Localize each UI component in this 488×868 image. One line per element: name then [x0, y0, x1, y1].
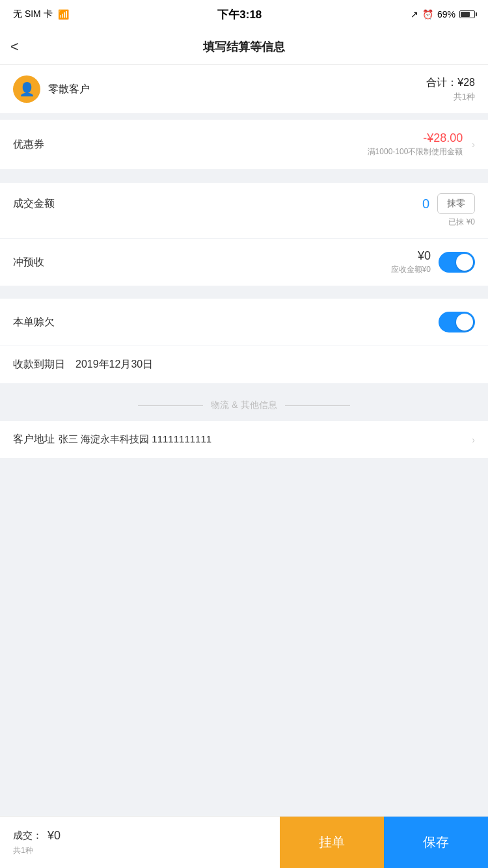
save-button[interactable]: 保存	[384, 817, 488, 869]
due-date-section: 收款到期日 2019年12月30日	[0, 346, 488, 383]
bottom-bar: 成交： ¥0 共1种 挂单 保存	[0, 816, 488, 868]
prepay-toggle[interactable]	[439, 252, 475, 273]
prepay-receivable: 应收金额¥0	[391, 264, 431, 275]
customer-row[interactable]: 👤 零散客户 合计：¥28 共1种	[0, 65, 488, 113]
credit-row: 本单赊欠	[0, 299, 488, 346]
bottom-label: 成交：	[13, 830, 42, 842]
coupon-info: -¥28.00 满1000-100不限制使用金额	[368, 131, 463, 157]
prepay-amount-block: ¥0 应收金额¥0	[391, 249, 431, 275]
bottom-amount: ¥0	[47, 829, 61, 843]
alarm-icon: ⏰	[422, 9, 433, 20]
hold-button[interactable]: 挂单	[280, 817, 384, 869]
coupon-amount: -¥28.00	[368, 131, 463, 145]
customer-section: 👤 零散客户 合计：¥28 共1种	[0, 65, 488, 113]
bottom-sub-label: 共1种	[13, 845, 267, 856]
customer-left: 👤 零散客户	[13, 75, 90, 103]
prepay-right: ¥0 应收金额¥0	[391, 249, 475, 275]
transaction-label: 成交金额	[13, 197, 55, 211]
address-value: 张三 海淀永丰科技园 11111111111	[59, 433, 467, 446]
round-button[interactable]: 抹零	[437, 193, 475, 214]
customer-summary: 合计：¥28 共1种	[426, 76, 475, 103]
bottom-space	[0, 465, 488, 543]
coupon-desc: 满1000-100不限制使用金额	[368, 146, 463, 157]
transaction-section: 成交金额 0 抹零 已抹 ¥0 冲预收 ¥0 应收金额¥0	[0, 183, 488, 286]
divider-2	[0, 292, 488, 299]
due-date-value[interactable]: 2019年12月30日	[75, 358, 153, 372]
prepay-amount: ¥0	[391, 249, 431, 263]
customer-name: 零散客户	[48, 83, 90, 96]
address-section: 客户地址 张三 海淀永丰科技园 11111111111 ›	[0, 421, 488, 458]
bottom-summary-main: 成交： ¥0	[13, 829, 267, 843]
credit-toggle[interactable]	[439, 312, 475, 332]
back-button[interactable]: <	[10, 38, 19, 55]
total-count: 共1种	[426, 91, 475, 103]
bottom-summary: 成交： ¥0 共1种	[0, 829, 280, 856]
customer-avatar: 👤	[13, 75, 40, 103]
logistics-label: 物流 & 其他信息	[138, 400, 349, 411]
credit-section: 本单赊欠 收款到期日 2019年12月30日	[0, 299, 488, 383]
address-row[interactable]: 客户地址 张三 海淀永丰科技园 11111111111 ›	[0, 421, 488, 458]
status-time: 下午3:18	[217, 7, 262, 22]
nav-bar: < 填写结算等信息	[0, 29, 488, 65]
transaction-right: 0 抹零	[422, 193, 475, 214]
address-chevron-icon: ›	[472, 435, 475, 445]
divider-1	[0, 176, 488, 183]
coupon-section: 优惠券 -¥28.00 满1000-100不限制使用金额 ›	[0, 120, 488, 170]
page-title: 填写结算等信息	[203, 39, 285, 55]
coupon-label: 优惠券	[13, 138, 44, 152]
credit-label: 本单赊欠	[13, 316, 55, 329]
status-left: 无 SIM 卡 📶	[13, 8, 69, 20]
location-icon: ↗	[411, 9, 418, 20]
address-label: 客户地址	[13, 433, 59, 446]
already-rounded: 已抹 ¥0	[13, 217, 475, 228]
coupon-row[interactable]: 优惠券 -¥28.00 满1000-100不限制使用金额 ›	[0, 120, 488, 170]
coupon-right: -¥28.00 满1000-100不限制使用金额 ›	[368, 131, 475, 157]
due-date-row: 收款到期日 2019年12月30日	[13, 358, 475, 372]
battery-percent: 69%	[437, 9, 455, 20]
status-right: ↗ ⏰ 69%	[411, 9, 475, 20]
logistics-divider: 物流 & 其他信息	[0, 390, 488, 421]
transaction-row: 成交金额 0 抹零 已抹 ¥0	[0, 183, 488, 239]
due-date-label: 收款到期日	[13, 358, 65, 372]
transaction-amount[interactable]: 0	[422, 197, 429, 211]
battery-icon	[459, 10, 475, 18]
network-label: 无 SIM 卡	[13, 8, 53, 20]
content: 👤 零散客户 合计：¥28 共1种 优惠券 -¥28.00 满1000-100不…	[0, 65, 488, 543]
status-bar: 无 SIM 卡 📶 下午3:18 ↗ ⏰ 69%	[0, 0, 488, 29]
total-amount: 合计：¥28	[426, 76, 475, 90]
prepay-label: 冲预收	[13, 256, 44, 269]
toggle-knob	[456, 254, 473, 271]
coupon-chevron-icon: ›	[472, 139, 475, 150]
wifi-icon: 📶	[58, 9, 69, 20]
credit-toggle-knob	[456, 314, 473, 331]
prepay-row: 冲预收 ¥0 应收金额¥0	[0, 239, 488, 286]
